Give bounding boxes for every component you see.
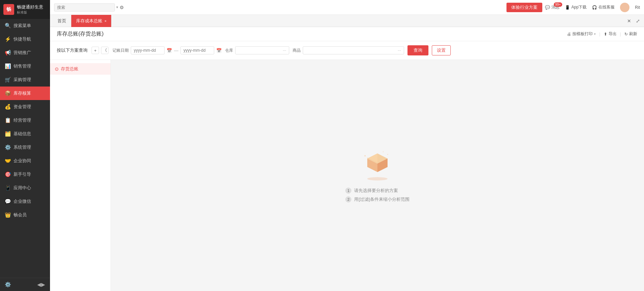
guide-icon: 🎯 <box>5 171 11 177</box>
sidebar-item-purchase[interactable]: 🛒 采购管理 <box>0 73 50 87</box>
purchase-icon: 🛒 <box>5 77 11 83</box>
tabbar-right: ✕ ⤢ <box>626 17 641 25</box>
member-icon: 👑 <box>5 212 11 218</box>
filter-area: 按以下方案查询 + 《 记账日期 📅 — 📅 仓库 <box>50 41 644 60</box>
sidebar-item-finance[interactable]: 💰 资金管理 <box>0 100 50 114</box>
logo-icon: 畅 <box>3 4 14 15</box>
sidebar-item-corp[interactable]: 🤝 企业协同 <box>0 154 50 168</box>
phone-icon: 📱 <box>565 5 570 10</box>
refresh-icon: ↻ <box>624 32 628 37</box>
avatar[interactable] <box>620 3 629 12</box>
tab-inventory-ledger[interactable]: 库存成本总账 × <box>71 15 112 27</box>
topbar-right: 💬 消息 99+ 📱 App下载 🎧 在线客服 Rit <box>545 3 640 12</box>
avatar-name: Rit <box>635 5 640 10</box>
app-download-btn[interactable]: 📱 App下载 <box>565 4 587 10</box>
sidebar-item-label: 销售管理 <box>14 63 31 69</box>
topbar-search-area: ▾ ⚙ <box>54 3 504 11</box>
sidebar-item-quicknav[interactable]: ⚡ 快捷导航 <box>0 32 50 46</box>
sidebar-item-label: 库存核算 <box>14 90 31 96</box>
tab-bar-expand-btn[interactable]: ⤢ <box>635 17 641 25</box>
export-btn[interactable]: ⬆ 导出 <box>604 31 617 37</box>
filter-warehouse-group: 仓库 ··· <box>225 46 289 54</box>
svg-text:✦: ✦ <box>364 154 366 157</box>
product-select[interactable]: ··· <box>303 46 404 54</box>
search-input[interactable] <box>54 3 115 11</box>
tab-bar-close-btn[interactable]: ✕ <box>626 17 633 25</box>
warehouse-label: 仓库 <box>225 48 233 53</box>
sidebar: 畅 畅捷通好生意 标准版 🔍 搜索菜单 ⚡ 快捷导航 📢 营销推广 📊 销售管理… <box>0 0 50 291</box>
sidebar-item-label: 快捷导航 <box>14 36 31 42</box>
calendar-start-icon[interactable]: 📅 <box>167 48 172 53</box>
date-label: 记账日期 <box>113 48 129 53</box>
sidebar-item-operation[interactable]: 📋 经营管理 <box>0 114 50 127</box>
apps-icon: 📱 <box>5 185 11 191</box>
tab-home[interactable]: 首页 <box>53 15 71 27</box>
filter-product-group: 商品 ··· <box>293 46 404 54</box>
page-title: 库存总账(存货总账) <box>57 30 104 38</box>
online-service-btn[interactable]: 🎧 在线客服 <box>592 4 615 10</box>
warehouse-more-icon[interactable]: ··· <box>283 48 286 53</box>
sidebar-item-apps[interactable]: 📱 应用中心 <box>0 181 50 195</box>
date-end-input[interactable] <box>180 46 214 54</box>
content-main: ✦ ✦ ✦ 1 请先选择要分析的方案 2 用[过滤]条件来缩小分析范围 <box>111 60 644 291</box>
tab-active-label: 库存成本总账 <box>76 18 102 24</box>
product-label: 商品 <box>293 48 301 53</box>
warehouse-select[interactable]: ··· <box>235 46 289 54</box>
sidebar-item-label: 企业微信 <box>14 198 31 204</box>
empty-tip-1: 1 请先选择要分析的方案 <box>345 188 409 194</box>
inventory-icon: 📦 <box>5 90 11 96</box>
marketing-icon: 📢 <box>5 50 11 56</box>
page-header-actions: 🖨 按模板打印 ▾ | ⬆ 导出 | ↻ 刷新 <box>567 31 637 37</box>
export-icon: ⬆ <box>604 32 607 37</box>
message-btn[interactable]: 💬 消息 99+ <box>545 4 560 10</box>
date-start-input[interactable] <box>131 46 165 54</box>
topbar: ▾ ⚙ 体验行业方案 💬 消息 99+ 📱 App下载 🎧 在线客服 Rit <box>50 0 644 15</box>
empty-tips: 1 请先选择要分析的方案 2 用[过滤]条件来缩小分析范围 <box>345 188 409 202</box>
wechat-icon: 💬 <box>5 198 11 204</box>
sidebar-collapse-btn[interactable]: ◀▶ <box>37 282 45 288</box>
sidebar-item-label: 采购管理 <box>14 77 31 83</box>
sidebar-item-member[interactable]: 👑 畅会员 <box>0 208 50 222</box>
sidebar-item-label: 新手引导 <box>14 171 31 177</box>
svg-text:✦: ✦ <box>382 151 384 153</box>
filter-add-btn[interactable]: + <box>92 47 99 54</box>
industry-btn[interactable]: 体验行业方案 <box>506 3 542 12</box>
filter-collapse-btn[interactable]: 《 <box>101 47 108 54</box>
sidebar-item-label: 基础信息 <box>14 131 31 137</box>
page-header: 库存总账(存货总账) 🖨 按模板打印 ▾ | ⬆ 导出 | ↻ 刷新 <box>50 27 644 41</box>
print-icon: 🖨 <box>567 32 571 37</box>
product-more-icon[interactable]: ··· <box>398 48 401 53</box>
sidebar-item-wechat[interactable]: 💬 企业微信 <box>0 195 50 208</box>
sidebar-item-inventory[interactable]: 📦 库存核算 <box>0 87 50 100</box>
scheme-item-label: 存货总账 <box>61 66 78 72</box>
sidebar-settings-btn[interactable]: ⚙️ <box>5 282 11 288</box>
basic-icon: 🗂️ <box>5 131 11 137</box>
sidebar-item-label: 系统管理 <box>14 144 31 150</box>
sidebar-item-label: 营销推广 <box>14 50 31 56</box>
quicknav-icon: ⚡ <box>5 36 11 42</box>
sidebar-logo: 畅 畅捷通好生意 标准版 <box>0 0 50 19</box>
chevron-down-icon[interactable]: ▾ <box>116 5 118 9</box>
content-body: ⊙ 存货总账 <box>50 60 644 291</box>
tab-close-btn[interactable]: × <box>104 19 106 23</box>
content-area: 库存总账(存货总账) 🖨 按模板打印 ▾ | ⬆ 导出 | ↻ 刷新 <box>50 27 644 291</box>
sidebar-item-guide[interactable]: 🎯 新手引导 <box>0 168 50 181</box>
scheme-item-inventory-ledger[interactable]: ⊙ 存货总账 <box>50 63 110 75</box>
sidebar-item-marketing[interactable]: 📢 营销推广 <box>0 46 50 59</box>
sidebar-item-basic[interactable]: 🗂️ 基础信息 <box>0 127 50 141</box>
search-icon: 🔍 <box>5 23 11 29</box>
version-label: 标准版 <box>17 10 43 15</box>
sidebar-item-search[interactable]: 🔍 搜索菜单 <box>0 19 50 32</box>
brand-name: 畅捷通好生意 <box>17 4 43 10</box>
query-btn[interactable]: 查询 <box>407 45 428 55</box>
filter-date-group: 记账日期 📅 — 📅 <box>113 46 222 54</box>
print-btn[interactable]: 🖨 按模板打印 ▾ <box>567 31 596 37</box>
gear-icon[interactable]: ⚙ <box>120 5 124 10</box>
sidebar-item-sales[interactable]: 📊 销售管理 <box>0 59 50 73</box>
refresh-btn[interactable]: ↻ 刷新 <box>624 31 637 37</box>
corp-icon: 🤝 <box>5 158 11 164</box>
settings-btn[interactable]: 设置 <box>432 45 451 55</box>
sidebar-item-label: 应用中心 <box>14 185 31 191</box>
calendar-end-icon[interactable]: 📅 <box>216 48 222 53</box>
sidebar-item-system[interactable]: ⚙️ 系统管理 <box>0 141 50 154</box>
